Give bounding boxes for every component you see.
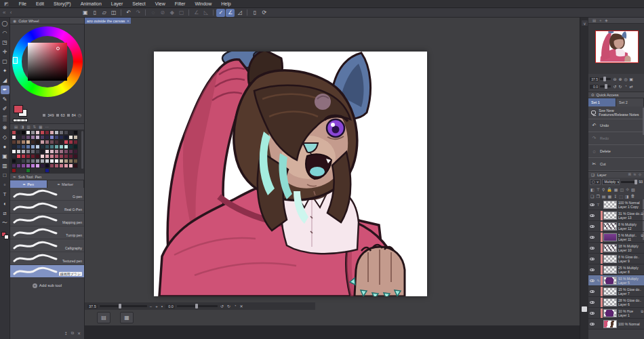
color-swatch[interactable]: [73, 163, 78, 168]
navigator-rotate-icon[interactable]: ↺: [612, 84, 618, 89]
color-wheel-header[interactable]: ◉ Color Wheel: [10, 18, 84, 24]
navigator-rotation-slider[interactable]: [600, 85, 611, 87]
color-swatch[interactable]: [54, 154, 59, 159]
tablet-icon[interactable]: ▯: [250, 9, 259, 17]
fill-tool[interactable]: ▣: [1, 152, 9, 161]
color-swatch[interactable]: [64, 144, 68, 149]
color-swatch[interactable]: [68, 154, 73, 159]
color-swatch[interactable]: [35, 135, 40, 140]
color-swatch[interactable]: [68, 168, 73, 173]
color-swatch[interactable]: [59, 163, 64, 168]
color-set-tool-icon[interactable]: ▤: [14, 125, 18, 129]
canvas-rotate-icon[interactable]: ↺: [220, 304, 224, 308]
color-swatch[interactable]: [45, 159, 49, 163]
color-swatch[interactable]: [54, 140, 59, 144]
color-swatch[interactable]: [31, 149, 35, 154]
color-swatch[interactable]: [64, 130, 68, 135]
color-swatch[interactable]: [73, 159, 78, 163]
navigator-thumbnail[interactable]: [595, 31, 639, 63]
color-swatch[interactable]: [12, 154, 16, 159]
add-sub-tool-button[interactable]: + Add sub tool: [10, 281, 84, 290]
eye-visibility-icon[interactable]: [590, 301, 595, 304]
color-swatch[interactable]: [45, 140, 49, 144]
layer-tool-icon[interactable]: ⚲: [602, 187, 605, 192]
layer-tool-icon[interactable]: 🔒: [607, 187, 612, 192]
new-file-icon[interactable]: ▯: [90, 9, 99, 17]
clear-selection-icon[interactable]: ⊘: [158, 9, 167, 17]
eye-visibility-icon[interactable]: [590, 214, 595, 217]
zoom-tool[interactable]: ◯: [1, 19, 9, 28]
layer-tool-icon[interactable]: ▧: [631, 187, 635, 192]
canvas-rotate-icon[interactable]: ◔: [233, 304, 237, 308]
layer-header-icon[interactable]: ⊞: [628, 172, 631, 177]
layer-thumbnail[interactable]: [603, 222, 617, 231]
sub-tool-footer-icon[interactable]: ⧉: [71, 331, 74, 338]
color-swatch[interactable]: [54, 149, 59, 154]
navigator-zoom-icon[interactable]: ⊖: [612, 77, 618, 81]
pencil-tool[interactable]: ✎: [1, 95, 9, 104]
color-swatch[interactable]: [49, 154, 54, 159]
color-set-tool-icon[interactable]: ⋯: [45, 125, 49, 129]
layer-row[interactable]: 100 % Normal: [588, 319, 644, 330]
color-swatch[interactable]: [68, 159, 73, 163]
color-swatch[interactable]: [64, 159, 68, 163]
menu-file[interactable]: File: [14, 1, 31, 6]
color-swatch[interactable]: [68, 163, 73, 168]
color-swatch[interactable]: [35, 130, 40, 135]
layer-thumbnail[interactable]: [603, 320, 617, 328]
layer-tool-icon[interactable]: ◨: [625, 194, 629, 199]
eyedropper-tool[interactable]: ◢: [1, 76, 9, 85]
chevron-down-icon[interactable]: ∨: [582, 20, 588, 26]
quick-access-header[interactable]: ⊙ Quick Access: [588, 92, 644, 98]
color-swatch[interactable]: [26, 135, 31, 140]
blend-tool[interactable]: ●: [1, 142, 9, 151]
quick-access-item-undo[interactable]: ↶Undo: [588, 119, 644, 132]
menu-select[interactable]: Select: [127, 1, 150, 6]
color-swatch[interactable]: [40, 159, 45, 163]
color-swatch[interactable]: [59, 149, 64, 154]
saturation-value-square[interactable]: [28, 43, 67, 81]
open-file-icon[interactable]: ▱: [100, 9, 108, 17]
color-swatch[interactable]: [73, 140, 78, 144]
layer-tool-icon[interactable]: ▤: [602, 194, 606, 199]
snap-to-special-ruler-icon[interactable]: ◺: [201, 9, 210, 17]
eye-visibility-icon[interactable]: [590, 279, 595, 282]
navigator-rotate-icon[interactable]: ⇄: [628, 84, 634, 89]
color-swatch[interactable]: [49, 163, 54, 168]
brush-item[interactable]: G-pen: [10, 188, 84, 201]
color-swatch[interactable]: [40, 163, 45, 168]
menu-storyp[interactable]: Story(P): [49, 1, 76, 6]
color-wheel[interactable]: [10, 24, 84, 104]
navigator-zoom-slider[interactable]: [600, 78, 611, 80]
layer-row[interactable]: 8 % MultiplyLayer 12: [588, 221, 644, 232]
figure-tool[interactable]: □: [1, 171, 9, 180]
eye-visibility-icon[interactable]: [590, 203, 595, 206]
color-swatch[interactable]: [68, 144, 73, 149]
deselect-icon[interactable]: ◌: [148, 9, 157, 17]
layer-tool-icon[interactable]: ▦: [614, 187, 618, 192]
pen-tool[interactable]: ✒: [1, 85, 9, 94]
layer-thumbnail[interactable]: [603, 255, 617, 263]
color-swatch[interactable]: [21, 168, 26, 173]
color-swatch[interactable]: [35, 163, 40, 168]
blend-mode-dropdown[interactable]: Multiply∨: [602, 179, 620, 185]
quick-access-item-cut[interactable]: ✂Cut: [588, 158, 644, 171]
color-set-tool-icon[interactable]: ▦: [39, 125, 42, 129]
eye-visibility-icon[interactable]: [590, 236, 595, 239]
layer-thumbnail[interactable]: [603, 212, 617, 220]
color-swatch[interactable]: [12, 163, 16, 168]
layer-tool-icon[interactable]: ↧: [613, 194, 617, 199]
color-swatch[interactable]: [40, 140, 45, 144]
color-swatch[interactable]: [40, 135, 45, 140]
color-history-icon[interactable]: ◷: [78, 113, 81, 117]
color-swatch[interactable]: [16, 168, 21, 173]
color-swatch[interactable]: [31, 144, 35, 149]
color-swatch[interactable]: [31, 154, 35, 159]
ruler-tool[interactable]: ⧄: [1, 209, 9, 218]
color-swatch[interactable]: [45, 149, 49, 154]
layer-header-icon[interactable]: ≋: [633, 172, 637, 177]
canvas-zoom-value[interactable]: 37.5: [87, 304, 98, 308]
menu-edit[interactable]: Edit: [31, 1, 49, 6]
layer-tool-icon[interactable]: ⟐: [626, 187, 629, 192]
layer-thumbnail[interactable]: [603, 266, 617, 274]
